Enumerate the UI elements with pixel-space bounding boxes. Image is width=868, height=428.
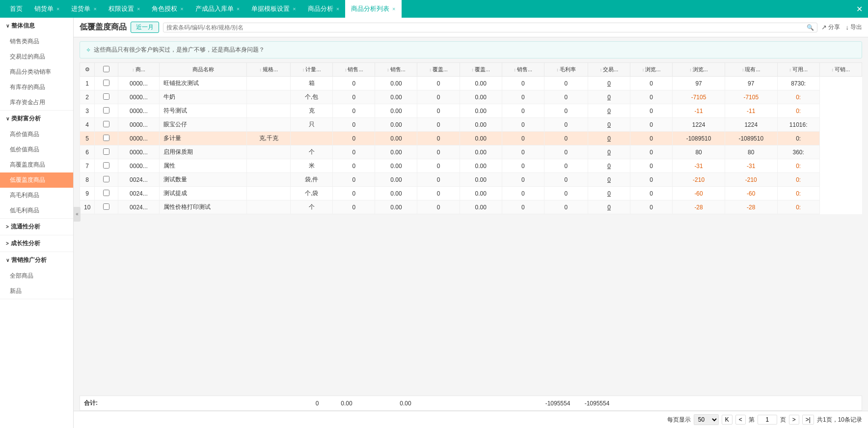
th-browse2[interactable]: 浏览... xyxy=(673,63,725,77)
cell-checkbox[interactable] xyxy=(95,104,118,118)
th-browse1[interactable]: 浏览... xyxy=(630,63,673,77)
sidebar-item-low-coverage[interactable]: 低覆盖度商品 xyxy=(0,172,73,188)
close-icon[interactable]: × xyxy=(293,6,296,12)
th-coverage1[interactable]: 覆盖... xyxy=(417,63,460,77)
cell-s7[interactable]: 0 xyxy=(588,132,630,145)
cell-spec xyxy=(247,187,291,200)
sidebar-item-high-margin[interactable]: 高毛利商品 xyxy=(0,188,73,203)
th-sales3[interactable]: 销售... xyxy=(502,63,544,77)
close-icon[interactable]: × xyxy=(336,6,339,12)
sidebar-section-title-liquidity[interactable]: > 流通性分析 xyxy=(0,219,73,235)
nav-tab-home[interactable]: 首页 xyxy=(4,0,28,18)
row-checkbox[interactable] xyxy=(103,135,109,141)
page-number-input[interactable] xyxy=(758,415,777,425)
th-available[interactable]: 可用... xyxy=(777,63,819,77)
sidebar-item-traded-goods[interactable]: 交易过的商品 xyxy=(0,49,73,64)
close-icon[interactable]: × xyxy=(392,6,395,12)
cell-s9: -1089510 xyxy=(673,132,725,145)
th-name[interactable]: 商品名称 xyxy=(160,63,247,77)
search-input[interactable] xyxy=(166,24,807,31)
th-settings[interactable]: ⚙ xyxy=(80,63,95,77)
cell-checkbox[interactable] xyxy=(95,90,118,104)
close-icon[interactable]: × xyxy=(56,6,59,12)
th-sales2[interactable]: 销售... xyxy=(375,63,417,77)
th-coverage2[interactable]: 覆盖... xyxy=(460,63,502,77)
close-icon[interactable]: × xyxy=(93,6,96,12)
row-checkbox[interactable] xyxy=(103,162,109,169)
cell-checkbox[interactable] xyxy=(95,145,118,159)
next-page-button[interactable]: > xyxy=(789,415,799,425)
cell-s7[interactable]: 0 xyxy=(588,90,630,104)
cell-s7[interactable]: 0 xyxy=(588,159,630,173)
cell-s7[interactable]: 0 xyxy=(588,200,630,214)
row-checkbox[interactable] xyxy=(103,190,109,196)
th-current[interactable]: 现有... xyxy=(725,63,777,77)
nav-tab-products[interactable]: 产成品入库单 × xyxy=(190,0,245,18)
first-page-button[interactable]: K xyxy=(722,415,732,425)
close-icon[interactable]: × xyxy=(180,6,183,12)
close-window-button[interactable]: ✕ xyxy=(854,4,864,14)
row-checkbox[interactable] xyxy=(103,121,109,127)
close-icon[interactable]: × xyxy=(137,6,140,12)
row-checkbox[interactable] xyxy=(103,148,109,155)
filter-period-button[interactable]: 近一月 xyxy=(131,22,159,33)
row-checkbox[interactable] xyxy=(103,93,109,100)
row-checkbox[interactable] xyxy=(103,176,109,182)
th-transaction[interactable]: 交易... xyxy=(588,63,630,77)
th-unit[interactable]: 计量... xyxy=(291,63,333,77)
cell-s5: 0 xyxy=(502,187,544,200)
nav-tab-analysis-list[interactable]: 商品分析列表 × xyxy=(345,0,401,18)
th-margin[interactable]: 毛利率 xyxy=(544,63,588,77)
cell-s7[interactable]: 0 xyxy=(588,104,630,118)
cell-s7[interactable]: 0 xyxy=(588,118,630,132)
last-page-button[interactable]: >| xyxy=(802,415,814,425)
sidebar-item-new-goods[interactable]: 新品 xyxy=(0,284,73,299)
search-icon[interactable]: 🔍 xyxy=(807,24,814,31)
cell-checkbox[interactable] xyxy=(95,187,118,200)
cell-s3: 0 xyxy=(417,159,460,173)
cell-checkbox[interactable] xyxy=(95,159,118,173)
cell-checkbox[interactable] xyxy=(95,173,118,187)
th-sellable[interactable]: 可销... xyxy=(819,63,862,77)
export-button[interactable]: ↓ 导出 xyxy=(846,23,863,31)
row-checkbox[interactable] xyxy=(103,80,109,86)
sidebar-item-category-rate[interactable]: 商品分类动销率 xyxy=(0,64,73,80)
sidebar-item-low-value[interactable]: 低价值商品 xyxy=(0,142,73,157)
nav-tab-purchase[interactable]: 进货单 × xyxy=(65,0,102,18)
sidebar-item-sales-goods[interactable]: 销售类商品 xyxy=(0,34,73,49)
cell-s7[interactable]: 0 xyxy=(588,145,630,159)
cell-s7[interactable]: 0 xyxy=(588,77,630,90)
cell-s7[interactable]: 0 xyxy=(588,173,630,187)
cell-checkbox[interactable] xyxy=(95,200,118,214)
row-checkbox[interactable] xyxy=(103,107,109,114)
nav-tab-analysis[interactable]: 商品分析 × xyxy=(302,0,345,18)
th-spec[interactable]: 规格... xyxy=(247,63,291,77)
cell-checkbox[interactable] xyxy=(95,77,118,90)
page-size-select[interactable]: 50 100 200 xyxy=(694,414,719,425)
sidebar-section-title-marketing[interactable]: ∨ 营销推广分析 xyxy=(0,252,73,268)
th-sales1[interactable]: 销售... xyxy=(333,63,375,77)
sidebar-item-stocked-goods[interactable]: 有库存的商品 xyxy=(0,80,73,95)
nav-tab-templates[interactable]: 单据模板设置 × xyxy=(245,0,301,18)
sidebar-section-title-overview[interactable]: ∨ 整体信息 xyxy=(0,18,73,34)
share-button[interactable]: ↗ 分享 xyxy=(821,23,840,31)
sidebar-section-title-wealth[interactable]: ∨ 类财富分析 xyxy=(0,111,73,127)
nav-tab-sales[interactable]: 销货单 × xyxy=(28,0,65,18)
cell-s7[interactable]: 0 xyxy=(588,187,630,200)
cell-checkbox[interactable] xyxy=(95,118,118,132)
select-all-checkbox[interactable] xyxy=(103,66,109,72)
sidebar-item-inventory-capital[interactable]: 库存资金占用 xyxy=(0,95,73,110)
sidebar-item-all-goods[interactable]: 全部商品 xyxy=(0,268,73,284)
sidebar-section-title-growth[interactable]: > 成长性分析 xyxy=(0,235,73,252)
sidebar-item-high-coverage[interactable]: 高覆盖度商品 xyxy=(0,157,73,172)
close-icon[interactable]: × xyxy=(237,6,240,12)
sidebar-collapse-toggle[interactable]: « xyxy=(74,207,81,222)
nav-tab-role[interactable]: 角色授权 × xyxy=(146,0,189,18)
cell-checkbox[interactable] xyxy=(95,132,118,145)
row-checkbox[interactable] xyxy=(103,203,109,210)
sidebar-item-high-value[interactable]: 高价值商品 xyxy=(0,127,73,142)
th-code[interactable]: 商... xyxy=(118,63,160,77)
prev-page-button[interactable]: < xyxy=(735,415,746,425)
nav-tab-permissions[interactable]: 权限设置 × xyxy=(103,0,146,18)
sidebar-item-low-margin[interactable]: 低毛利商品 xyxy=(0,203,73,218)
